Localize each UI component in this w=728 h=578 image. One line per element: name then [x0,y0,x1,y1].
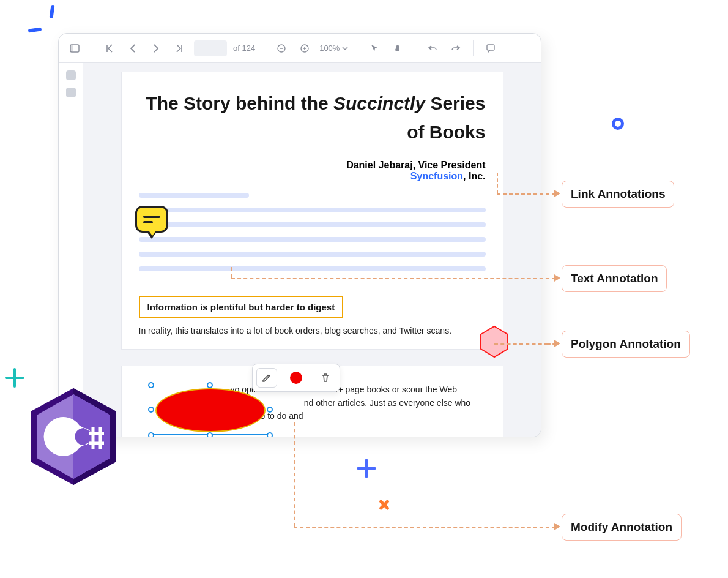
paragraph-text: In reality, this translates into a lot o… [139,326,486,336]
connector [497,193,555,195]
arrow-icon [554,523,560,530]
arrow-icon [554,274,560,282]
connector [494,343,548,345]
sidebar-toggle-button[interactable] [66,40,83,57]
thumbnail-rail [59,63,83,437]
decorative-plus-icon [357,459,376,478]
resize-handle[interactable] [148,407,154,413]
zoom-in-button[interactable] [296,40,313,57]
resize-handle[interactable] [148,432,154,437]
color-swatch-icon [290,372,302,384]
callout-polygon-annotation: Polygon Annotation [562,331,690,358]
decorative-x-icon [376,496,393,513]
zoom-dropdown[interactable]: 100% [319,43,348,53]
first-page-button[interactable] [101,40,118,57]
connector [294,422,295,527]
toolbar-separator [415,40,415,56]
connector [294,527,555,528]
sticky-note-annotation[interactable] [135,206,169,236]
edit-annotation-button[interactable] [256,368,277,388]
redo-button[interactable] [447,40,464,57]
resize-handle[interactable] [148,382,154,388]
arrow-icon [554,340,560,347]
polygon-annotation[interactable] [477,325,511,359]
connector [497,173,498,193]
page-count-label: of 124 [233,43,255,53]
arrow-icon [554,190,560,197]
csharp-logo-icon [24,385,122,495]
viewer-toolbar: of 124 100% [59,34,541,63]
pdf-page: The Story behind the Succinctly Series o… [121,72,503,350]
pdf-viewer-window: of 124 100% [58,33,541,437]
author-line: Daniel Jebaraj, Vice President [139,160,486,171]
document-title: The Story behind the Succinctly Series o… [139,89,486,146]
last-page-button[interactable] [171,40,188,57]
selection-tool-button[interactable] [366,40,383,57]
toolbar-separator [357,40,357,56]
text-placeholder-block [139,193,486,271]
callout-link-annotations: Link Annotations [562,181,674,208]
rail-item[interactable] [66,70,76,80]
undo-button[interactable] [424,40,441,57]
connector [231,267,232,278]
annotation-edit-toolbar [252,364,340,392]
ellipse-shape[interactable] [155,388,266,432]
pan-tool-button[interactable] [389,40,406,57]
decorative-ring-icon [612,118,624,130]
zoom-out-button[interactable] [273,40,290,57]
highlight-annotation[interactable]: Information is plentiful but harder to d… [139,296,344,318]
callout-modify-annotation: Modify Annotation [562,514,682,541]
chevron-down-icon [342,45,348,51]
author-company: Syncfusion, Inc. [139,171,486,182]
toolbar-separator [92,40,92,56]
resize-handle[interactable] [207,382,213,388]
page-number-input[interactable] [194,40,227,56]
zoom-value: 100% [319,43,340,53]
callout-text-annotation: Text Annotation [562,265,667,292]
comment-tool-button[interactable] [482,40,499,57]
resize-handle[interactable] [267,407,273,413]
svg-marker-4 [481,326,508,357]
connector [231,278,555,279]
toolbar-separator [473,40,474,56]
delete-annotation-button[interactable] [315,368,336,388]
resize-handle[interactable] [207,432,213,437]
company-link[interactable]: Syncfusion [410,171,463,181]
toolbar-separator [264,40,264,56]
svg-rect-1 [70,45,73,52]
ellipse-annotation-selected[interactable] [152,386,269,435]
rail-item[interactable] [66,88,76,97]
color-picker-button[interactable] [286,368,306,388]
decorative-plus-icon [5,368,24,388]
resize-handle[interactable] [267,432,273,437]
next-page-button[interactable] [147,40,165,57]
prev-page-button[interactable] [124,40,141,57]
